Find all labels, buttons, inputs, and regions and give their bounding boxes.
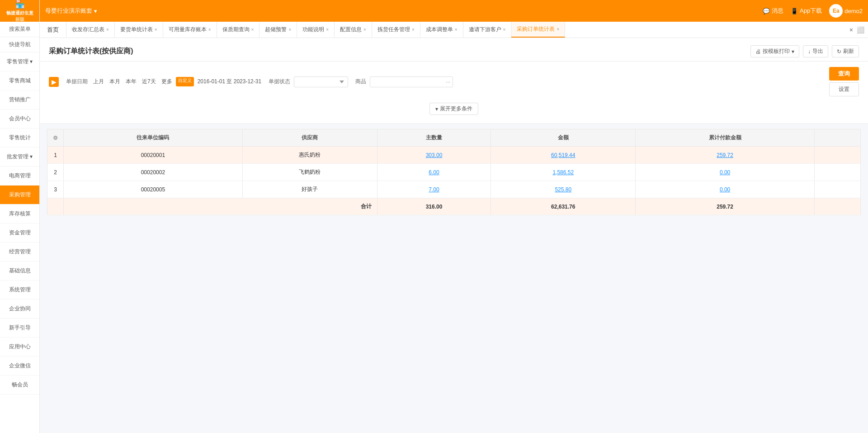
sidebar-item-retail-stats[interactable]: 零售统计 — [0, 128, 39, 148]
sidebar-item-retail-mgmt[interactable]: 零售管理 ▾ — [0, 52, 39, 71]
expand-more-btn[interactable]: ▾ 展开更多条件 — [429, 103, 478, 115]
shortcut-last-month[interactable]: 上月 — [91, 77, 106, 86]
paid-link[interactable]: 0.00 — [720, 169, 730, 176]
sidebar-item-enterprise[interactable]: 企业协同 — [0, 300, 39, 319]
shortcut-this-month[interactable]: 本月 — [108, 77, 122, 86]
tab-receive[interactable]: 收发存汇总表 × — [66, 22, 115, 38]
sidebar-item-system[interactable]: 系统管理 — [0, 281, 39, 300]
cell-extra — [814, 181, 860, 198]
setting-btn[interactable]: 设置 — [829, 82, 859, 96]
cell-paid: 0.00 — [636, 164, 815, 181]
sidebar-item-member[interactable]: 会员中心 — [0, 109, 39, 128]
tab-inventory-close[interactable]: × — [208, 27, 211, 32]
paid-link[interactable]: 0.00 — [720, 186, 730, 193]
sidebar-item-basic[interactable]: 基础信息 — [0, 262, 39, 281]
tab-overstock[interactable]: 超储预警 × — [259, 22, 297, 38]
account-dropdown[interactable]: 母婴行业演示账套 ▾ — [45, 7, 97, 15]
status-filter-label: 单据状态 — [269, 78, 290, 86]
sidebar-search[interactable]: 搜索菜单 — [0, 22, 39, 37]
tab-expiry[interactable]: 保质期查询 × — [217, 22, 260, 38]
sidebar-item-wechat[interactable]: 企业微信 — [0, 357, 39, 376]
app-download-btn[interactable]: 📱 App下载 — [791, 7, 822, 15]
tab-receive-close[interactable]: × — [106, 27, 109, 32]
footer-paid: 259.72 — [636, 198, 815, 215]
qty-link[interactable]: 7.00 — [429, 186, 439, 193]
tab-cost-close[interactable]: × — [455, 27, 458, 32]
tab-overstock-close[interactable]: × — [288, 27, 291, 32]
app-logo[interactable]: 🏪 畅捷通好生意 标版 — [0, 0, 39, 22]
footer-qty: 316.00 — [377, 198, 491, 215]
tab-invite[interactable]: 邀请下游客户 × — [463, 22, 512, 38]
cell-supplier: 好孩子 — [242, 181, 377, 198]
shortcut-7days[interactable]: 近7天 — [140, 77, 158, 86]
tab-purchase-stats-close[interactable]: × — [557, 27, 559, 32]
export-btn[interactable]: ↓ 导出 — [803, 45, 828, 57]
export-icon: ↓ — [808, 48, 811, 55]
cell-extra — [814, 147, 860, 164]
chevron-down-icon: ▾ — [435, 106, 438, 112]
tab-maximize-icon[interactable]: ⬜ — [857, 26, 864, 33]
message-btn[interactable]: 💬 消息 — [763, 7, 783, 15]
shortcut-this-year[interactable]: 本年 — [124, 77, 138, 86]
collapse-btn[interactable]: ▶ — [49, 77, 59, 87]
tab-close-all-icon[interactable]: × — [849, 26, 853, 33]
shortcut-more[interactable]: 更多 — [160, 77, 174, 86]
amount-link[interactable]: 1,586.52 — [552, 169, 574, 176]
search-menu-text[interactable]: 搜索菜单 — [9, 26, 31, 32]
table-row: 2 00020002 飞鹤奶粉 6.00 1,586.52 0.00 — [47, 164, 861, 181]
tab-function-close[interactable]: × — [326, 27, 329, 32]
sidebar-item-wholesale[interactable]: 批发管理 ▾ — [0, 148, 39, 167]
sidebar-item-app-center[interactable]: 应用中心 — [0, 338, 39, 357]
refresh-btn[interactable]: ↻ 刷新 — [832, 45, 859, 57]
tab-task-close[interactable]: × — [412, 27, 415, 32]
cell-supplier: 飞鹤奶粉 — [242, 164, 377, 181]
tab-task[interactable]: 拣货任务管理 × — [372, 22, 420, 38]
sidebar-item-ops[interactable]: 经营管理 — [0, 243, 39, 262]
goods-input-dots[interactable]: ··· — [446, 79, 450, 85]
cell-qty: 6.00 — [377, 164, 491, 181]
tab-invite-close[interactable]: × — [503, 27, 506, 32]
column-settings-icon[interactable]: ⚙ — [53, 135, 58, 141]
goods-input[interactable] — [370, 76, 453, 87]
paid-link[interactable]: 259.72 — [717, 152, 733, 158]
tab-requisition-close[interactable]: × — [155, 27, 157, 32]
table-header-row: ⚙ 往来单位编码 供应商 主数量 金额 累计付款金额 — [47, 129, 861, 147]
content-area: 采购订单统计表(按供应商) 🖨 按模板打印 ▾ ↓ 导出 ↻ 刷新 — [40, 38, 868, 433]
sidebar-item-marketing[interactable]: 营销推广 — [0, 90, 39, 109]
quick-nav-text[interactable]: 快捷导航 — [9, 41, 31, 48]
sidebar-item-inventory[interactable]: 库存核算 — [0, 205, 39, 224]
tab-cost[interactable]: 成本调整单 × — [420, 22, 463, 38]
sidebar-item-retail-store[interactable]: 零售商城 — [0, 71, 39, 90]
qty-link[interactable]: 303.00 — [426, 152, 443, 158]
filter-date-group: 单据日期 上月 本月 本年 近7天 更多 自定义 2016-01-01 至 20… — [66, 77, 261, 86]
tab-purchase-stats[interactable]: 采购订单统计表 × — [511, 22, 565, 38]
footer-empty-1 — [47, 198, 64, 215]
th-code: 往来单位编码 — [64, 129, 243, 147]
amount-link[interactable]: 60,519.44 — [551, 152, 575, 158]
expand-more-label: 展开更多条件 — [440, 105, 472, 113]
tab-config-close[interactable]: × — [363, 27, 366, 32]
tab-function[interactable]: 功能说明 × — [297, 22, 335, 38]
filter-row-1: ▶ 单据日期 上月 本月 本年 近7天 更多 自定义 2016-01-01 至 … — [49, 67, 859, 96]
tab-requisition[interactable]: 要货单统计表 × — [115, 22, 163, 38]
query-btn[interactable]: 查询 — [829, 67, 859, 81]
tab-home[interactable]: 首页 — [40, 22, 66, 38]
tab-inventory-book[interactable]: 可用量库存账本 × — [163, 22, 217, 38]
sidebar-item-purchase[interactable]: 采购管理 — [0, 186, 39, 205]
table-row: 3 00020005 好孩子 7.00 525.80 0.00 — [47, 181, 861, 198]
sidebar-item-new-guide[interactable]: 新手引导 — [0, 319, 39, 338]
status-select[interactable] — [294, 76, 348, 87]
sidebar-item-member2[interactable]: 畅会员 — [0, 376, 39, 395]
template-arrow-icon: ▾ — [792, 48, 794, 55]
sidebar-item-finance[interactable]: 资金管理 — [0, 224, 39, 243]
amount-link[interactable]: 525.80 — [555, 186, 571, 193]
tab-expiry-close[interactable]: × — [251, 27, 254, 32]
qty-link[interactable]: 6.00 — [429, 169, 439, 176]
template-print-btn[interactable]: 🖨 按模板打印 ▾ — [750, 45, 799, 57]
sidebar-quick-nav[interactable]: 快捷导航 — [0, 37, 39, 52]
sidebar-item-ecommerce[interactable]: 电商管理 — [0, 167, 39, 186]
footer-amount: 62,631.76 — [491, 198, 636, 215]
tab-config[interactable]: 配置信息 × — [335, 22, 372, 38]
user-menu[interactable]: Ea demo2 — [829, 4, 863, 18]
cell-code: 00020001 — [64, 147, 243, 164]
